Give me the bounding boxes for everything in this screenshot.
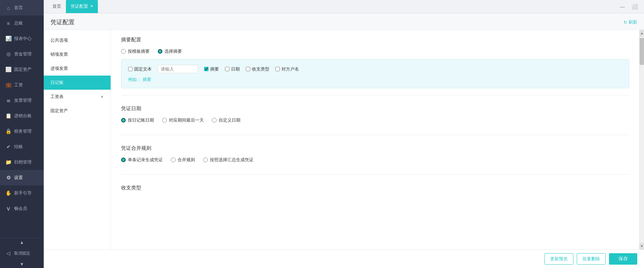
nav-sales-invoice[interactable]: 销项发票: [44, 47, 111, 61]
radio-single-label: 单条记录生成凭证: [128, 157, 163, 163]
sidebar: ⌂ 首页 ≡ 总账 📊 报表中心 ◎ 资金管理 ⬜ 固定资产 💼 工资 ≣ 发票…: [0, 0, 44, 268]
radio-period-last-label: 对应期间最后一天: [169, 117, 204, 123]
update-preview-button[interactable]: 更新预览: [544, 253, 573, 265]
income-type-section: 收支类型: [121, 185, 629, 203]
pin-icon: ◁: [5, 250, 11, 256]
radio-journal-date[interactable]: 按日记账日期: [121, 117, 154, 123]
radio-custom-date[interactable]: 自定义日期: [212, 117, 240, 123]
page-title: 凭证配置: [50, 18, 75, 26]
radio-period-last-input[interactable]: [162, 118, 167, 123]
counterpart-label: 对方户名: [281, 66, 299, 72]
checkbox-summary[interactable]: 摘要: [204, 66, 219, 72]
nav-fixed-assets[interactable]: 固定资产: [44, 104, 111, 118]
guide-icon: ✋: [5, 190, 11, 196]
checkbox-date[interactable]: 日期: [225, 66, 240, 72]
nav-payroll-table[interactable]: 工资表 ▼: [44, 90, 111, 104]
radio-single-input[interactable]: [121, 158, 126, 162]
radio-select-summary[interactable]: 选择摘要: [158, 48, 182, 54]
sidebar-label-purchase-sale: 进销台账: [14, 113, 32, 119]
radio-select-summary[interactable]: 按照选择汇总生成凭证: [203, 157, 254, 163]
date-title: 凭证日期: [121, 105, 629, 112]
income-type-title: 收支类型: [121, 185, 629, 191]
sidebar-item-purchase-sale[interactable]: 📋 进销台账: [0, 108, 44, 124]
sidebar-item-funds[interactable]: ◎ 资金管理: [0, 46, 44, 62]
checkbox-counterpart[interactable]: 对方户名: [275, 66, 299, 72]
sidebar-item-tax[interactable]: 🔒 税务管理: [0, 124, 44, 139]
nav-journal[interactable]: 日记账: [44, 76, 111, 90]
example-value: 摘要: [143, 77, 151, 82]
nav-public[interactable]: 公共选项: [44, 33, 111, 47]
batch-delete-button[interactable]: 批量删除: [577, 253, 606, 265]
example-prefix: 例如：: [128, 77, 141, 82]
page-content: 凭证配置 ↻ 刷新 公共选项 销项发票 进项发票: [44, 13, 644, 268]
date-options-group: 按日记账日期 对应期间最后一天 自定义日期: [121, 117, 629, 123]
checkbox-income-type-input[interactable]: [246, 67, 250, 71]
settle-icon: ✔: [5, 144, 11, 150]
tab-minimize-btn[interactable]: —: [618, 3, 627, 10]
sidebar-item-home[interactable]: ⌂ 首页: [0, 0, 44, 15]
sidebar-bottom: ▲ ◁ 取消固定 ▼: [0, 238, 44, 268]
nav-purchase-invoice[interactable]: 进项发票: [44, 61, 111, 76]
sidebar-unfix-label: 取消固定: [14, 251, 30, 256]
sidebar-item-guide[interactable]: ✋ 新手引导: [0, 185, 44, 201]
fixed-text-label: 固定文本: [134, 66, 152, 72]
radio-template-input[interactable]: [121, 49, 126, 54]
radio-template-summary[interactable]: 按模板摘要: [121, 48, 150, 54]
ledger-icon: ≡: [5, 20, 11, 26]
radio-select-input[interactable]: [158, 49, 162, 54]
nav-payroll-table-label: 工资表: [50, 94, 64, 100]
sidebar-item-settle[interactable]: ✔ 结账: [0, 139, 44, 154]
tab-voucher-config-label: 凭证配置: [71, 3, 88, 9]
sidebar-item-ledger[interactable]: ≡ 总账: [0, 15, 44, 31]
archive-icon: 📁: [5, 159, 11, 165]
form-content: 摘要配置 按模板摘要 选择摘要: [111, 30, 639, 250]
sidebar-item-settings[interactable]: ⚙ 设置: [0, 170, 44, 185]
radio-select-summary-input[interactable]: [203, 158, 208, 162]
sidebar-item-assets[interactable]: ⬜ 固定资产: [0, 62, 44, 77]
scroll-up-btn[interactable]: ▲: [0, 238, 44, 246]
nav-public-label: 公共选项: [50, 37, 68, 43]
tab-maximize-btn[interactable]: ⬜: [630, 3, 640, 10]
radio-single[interactable]: 单条记录生成凭证: [121, 157, 163, 163]
sidebar-unfix-btn[interactable]: ◁ 取消固定: [0, 246, 44, 260]
sidebar-item-archive[interactable]: 📁 归档管理: [0, 154, 44, 170]
sidebar-item-payroll[interactable]: 💼 工资: [0, 77, 44, 93]
summary-mode-group: 按模板摘要 选择摘要: [121, 48, 629, 54]
sidebar-item-invoice-mgmt[interactable]: ≣ 发票管理: [0, 93, 44, 108]
checkbox-fixed-text-input[interactable]: [128, 67, 132, 71]
radio-journal-date-input[interactable]: [121, 118, 126, 123]
checkbox-fixed-text[interactable]: 固定文本: [128, 66, 152, 72]
checkbox-date-input[interactable]: [225, 67, 229, 71]
summary-title: 摘要配置: [121, 37, 629, 43]
radio-custom-date-input[interactable]: [212, 118, 217, 123]
summary-section: 摘要配置 按模板摘要 选择摘要: [121, 37, 629, 95]
chevron-down-icon: ▼: [100, 95, 104, 99]
purchase-sale-icon: 📋: [5, 113, 11, 119]
scrollbar-down-btn[interactable]: ▼: [640, 243, 644, 250]
radio-merge-rule[interactable]: 合并规则: [171, 157, 195, 163]
sidebar-item-reports[interactable]: 📊 报表中心: [0, 31, 44, 46]
nav-journal-label: 日记账: [50, 80, 64, 86]
scroll-down-btn[interactable]: ▼: [0, 260, 44, 268]
example-text: 例如： 摘要: [128, 77, 622, 83]
refresh-button[interactable]: ↻ 刷新: [623, 19, 637, 25]
assets-icon: ⬜: [5, 66, 11, 73]
sidebar-label-settings: 设置: [14, 175, 23, 181]
sidebar-item-vip[interactable]: V 畅会员: [0, 201, 44, 216]
checkbox-income-type[interactable]: 收支类型: [246, 66, 269, 72]
side-nav: 公共选项 销项发票 进项发票 日记账 工资表 ▼: [44, 30, 111, 250]
tab-home[interactable]: 首页: [48, 0, 66, 13]
radio-period-last[interactable]: 对应期间最后一天: [162, 117, 204, 123]
save-button[interactable]: 保存: [609, 253, 637, 265]
checkbox-counterpart-input[interactable]: [275, 67, 280, 71]
tab-voucher-config[interactable]: 凭证配置 ✕: [66, 0, 98, 13]
tab-controls: — ⬜: [618, 3, 640, 10]
fixed-text-input[interactable]: [158, 65, 198, 73]
radio-merge-rule-input[interactable]: [171, 158, 176, 162]
settings-icon: ⚙: [5, 175, 11, 181]
scrollbar-up-btn[interactable]: ▲: [640, 30, 644, 37]
checkbox-summary-input[interactable]: [204, 67, 209, 71]
merge-options-group: 单条记录生成凭证 合并规则 按照选择汇总生成凭证: [121, 157, 629, 163]
main-area: 首页 凭证配置 ✕ — ⬜ 凭证配置 ↻ 刷新: [44, 0, 644, 268]
tab-close-icon[interactable]: ✕: [90, 4, 93, 8]
